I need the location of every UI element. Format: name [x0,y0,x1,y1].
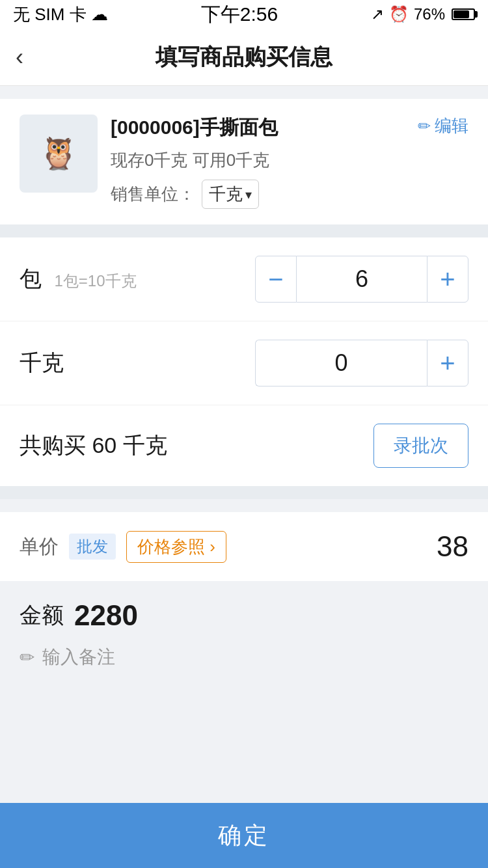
product-card: 🦉 [0000006]手撕面包 现存0千克 可用0千克 销售单位： 千克 ▾ ✏… [0,99,488,224]
divider-2 [0,486,488,499]
summary-text: 共购买 60 千克 [20,431,167,461]
bag-increment-button[interactable]: + [427,256,468,303]
kg-input-row: 千克 + [0,321,488,405]
confirm-button[interactable]: 确定 [0,803,488,868]
product-stock: 现存0千克 可用0千克 [111,149,468,172]
edit-icon: ✏ [418,117,431,135]
bag-input-row: 包 1包=10千克 − + [0,237,488,321]
unit-selector[interactable]: 千克 ▾ [202,180,259,209]
bag-quantity-control: − + [255,256,468,303]
amount-label: 金额 [20,601,64,631]
pencil-icon: ✏ [20,647,34,668]
product-name: [0000006]手撕面包 [111,115,468,141]
signal-icon: ↗ [371,5,384,23]
sim-status: 无 SIM 卡 ☁ [13,3,108,26]
product-logo-icon: 🦉 [39,135,78,172]
battery-status: 76% [414,5,445,23]
amount-section: 金额 2280 ✏ 输入备注 [0,581,488,683]
chevron-down-icon: ▾ [245,187,252,202]
summary-row: 共购买 60 千克 录批次 [0,405,488,486]
bag-quantity-input[interactable] [297,256,427,303]
bag-decrement-button[interactable]: − [255,256,297,303]
unit-label: 销售单位： [111,183,195,206]
back-button[interactable]: ‹ [16,44,23,71]
price-section: 单价 批发 价格参照 › 38 [0,512,488,581]
status-time: 下午2:56 [201,1,278,28]
status-left: 无 SIM 卡 ☁ [13,3,108,26]
battery-icon [452,8,475,20]
price-value: 38 [437,530,468,563]
price-label: 单价 [20,534,59,560]
nav-bar: ‹ 填写商品购买信息 [0,29,488,86]
status-bar: 无 SIM 卡 ☁ 下午2:56 ↗ ⏰ 76% [0,0,488,29]
remark-row[interactable]: ✏ 输入备注 [20,645,468,670]
product-info: [0000006]手撕面包 现存0千克 可用0千克 销售单位： 千克 ▾ [111,115,468,209]
amount-row: 金额 2280 [20,599,468,632]
bag-hint: 1包=10千克 [54,272,136,290]
product-unit-row: 销售单位： 千克 ▾ [111,180,468,209]
alarm-icon: ⏰ [389,5,409,23]
amount-value: 2280 [74,599,138,632]
divider-1 [0,224,488,237]
record-batch-button[interactable]: 录批次 [373,424,468,468]
kg-increment-button[interactable]: + [427,340,468,387]
kg-quantity-control: + [255,340,468,387]
kg-quantity-input[interactable] [255,340,427,387]
bag-label: 包 [20,266,42,291]
bag-label-group: 包 1包=10千克 [20,264,255,294]
price-reference-button[interactable]: 价格参照 › [126,531,226,563]
edit-button[interactable]: ✏ 编辑 [418,115,468,137]
remark-placeholder[interactable]: 输入备注 [42,645,115,670]
product-thumbnail: 🦉 [20,115,98,193]
bag-input-section: 包 1包=10千克 − + 千克 + [0,237,488,405]
page-title: 填写商品购买信息 [156,42,332,72]
kg-label: 千克 [20,348,255,378]
price-type-badge: 批发 [69,534,116,560]
status-right: ↗ ⏰ 76% [371,5,475,23]
